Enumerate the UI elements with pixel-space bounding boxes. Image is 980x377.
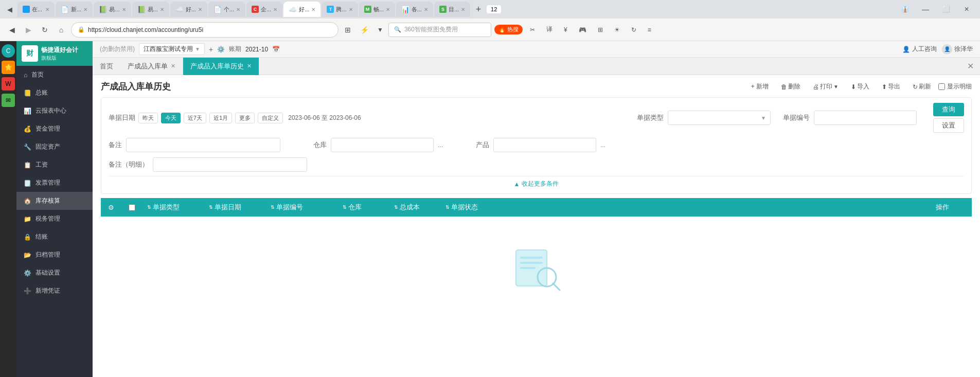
browser-refresh-tool[interactable]: ↻ bbox=[627, 24, 640, 35]
browser-tab-4[interactable]: 📗 易... ✕ bbox=[132, 2, 169, 17]
page-tab-list[interactable]: 产成品入库单 ✕ bbox=[120, 58, 183, 75]
add-org-btn[interactable]: + bbox=[209, 45, 213, 53]
address-input[interactable]: 🔒 https://cloud.chanjet.com/accounting/u… bbox=[71, 22, 338, 38]
set-btn[interactable]: 设置 bbox=[933, 118, 964, 133]
window-close-btn[interactable]: ✕ bbox=[956, 2, 977, 17]
tab11-close[interactable]: ✕ bbox=[424, 7, 428, 12]
table-settings-cell[interactable]: ⚙ bbox=[101, 204, 121, 211]
th-status[interactable]: ⇅ 单据状态 bbox=[440, 203, 492, 212]
th-warehouse[interactable]: ⇅ 仓库 bbox=[337, 203, 389, 212]
app-icon-mail[interactable]: ✉ bbox=[2, 94, 15, 107]
tab8-close[interactable]: ✕ bbox=[311, 7, 315, 12]
browser-tab-11[interactable]: 📊 各... ✕ bbox=[396, 2, 433, 17]
th-no[interactable]: ⇅ 单据编号 bbox=[265, 203, 337, 212]
nav-item-report[interactable]: 📊 云报表中心 bbox=[16, 102, 93, 120]
tab4-close[interactable]: ✕ bbox=[160, 7, 164, 12]
hot-search-badge[interactable]: 🔥 热搜 bbox=[494, 25, 523, 34]
tab2-close[interactable]: ✕ bbox=[83, 7, 87, 12]
collapse-btn[interactable]: ▲ 收起更多条件 bbox=[514, 179, 559, 188]
nav-forward[interactable]: ▶ bbox=[22, 23, 35, 37]
search-input-bar[interactable]: 🔍 360智能抠图免费用 bbox=[388, 23, 491, 37]
tab9-close[interactable]: ✕ bbox=[349, 7, 353, 12]
product-input[interactable] bbox=[493, 138, 596, 152]
translate-tool[interactable]: 译 bbox=[542, 23, 557, 36]
calendar-icon[interactable]: 📅 bbox=[272, 46, 280, 53]
th-type[interactable]: ⇅ 单据类型 bbox=[142, 203, 204, 212]
nav-item-inventory[interactable]: 🏠 库存核算 bbox=[16, 192, 93, 210]
org-select[interactable]: 江西服宝测试专用 ▼ bbox=[139, 43, 205, 55]
type-select[interactable]: ▼ bbox=[668, 111, 771, 125]
app-icon-chanjet[interactable]: C bbox=[2, 44, 15, 58]
tab7-close[interactable]: ✕ bbox=[273, 7, 277, 12]
currency-tool[interactable]: ¥ bbox=[560, 24, 572, 35]
breadcrumb-home[interactable]: 首页 bbox=[93, 58, 120, 75]
query-btn[interactable]: 查询 bbox=[933, 103, 964, 116]
browser-tab-6[interactable]: 📄 个... ✕ bbox=[208, 2, 245, 17]
product-more-btn[interactable]: ... bbox=[600, 141, 605, 149]
refresh-btn[interactable]: ↻ 刷新 bbox=[907, 80, 936, 93]
browser-tab-3[interactable]: 📗 易... ✕ bbox=[94, 2, 131, 17]
date-btn-yesterday[interactable]: 昨天 bbox=[138, 113, 158, 123]
user-avatar[interactable]: 👤 徐泽华 bbox=[942, 44, 973, 55]
select-all-checkbox[interactable] bbox=[129, 204, 135, 211]
nav-item-close[interactable]: 🔒 结账 bbox=[16, 228, 93, 246]
date-btn-custom[interactable]: 自定义 bbox=[258, 113, 283, 123]
show-fields-checkbox[interactable]: 显示明细 bbox=[938, 82, 972, 91]
browser-tab-7[interactable]: C 企... ✕ bbox=[246, 2, 282, 17]
note-detail-input[interactable] bbox=[153, 157, 307, 172]
browser-tab-12[interactable]: S 目... ✕ bbox=[434, 2, 470, 17]
page-tab-history[interactable]: 产成品入库单历史 ✕ bbox=[183, 58, 259, 75]
tab-history-close[interactable]: ✕ bbox=[247, 63, 252, 69]
browser-tab-10[interactable]: M 畅... ✕ bbox=[359, 2, 395, 17]
settings-dots[interactable]: ≡ bbox=[644, 24, 655, 35]
nav-item-settings[interactable]: ⚙️ 基础设置 bbox=[16, 264, 93, 282]
nav-home[interactable]: ⌂ bbox=[55, 23, 68, 37]
nav-item-finance[interactable]: 💰 资金管理 bbox=[16, 120, 93, 138]
nav-item-home[interactable]: ⌂ 首页 bbox=[16, 66, 93, 84]
lightning-icon[interactable]: ⚡ bbox=[357, 24, 372, 36]
nav-back[interactable]: ◀ bbox=[5, 23, 19, 37]
tab12-close[interactable]: ✕ bbox=[461, 7, 465, 12]
app-icon-weibo[interactable]: W bbox=[2, 77, 15, 91]
date-btn-more[interactable]: 更多 bbox=[235, 113, 255, 123]
window-minimize-btn[interactable]: — bbox=[915, 2, 936, 17]
show-fields-input[interactable] bbox=[938, 83, 945, 90]
add-btn[interactable]: + 新增 bbox=[746, 80, 774, 93]
grid-icon[interactable]: ⊞ bbox=[342, 24, 354, 36]
nav-item-fixed[interactable]: 🔧 固定资产 bbox=[16, 138, 93, 156]
note-input[interactable] bbox=[126, 138, 280, 152]
th-date[interactable]: ⇅ 单据日期 bbox=[204, 203, 265, 212]
table-checkbox-cell[interactable] bbox=[121, 204, 142, 211]
browser-tab-2[interactable]: 📄 新... ✕ bbox=[56, 2, 93, 17]
app-icon-star[interactable]: ⭐ bbox=[2, 61, 15, 74]
import-btn[interactable]: ⬇ 导入 bbox=[846, 80, 875, 93]
nav-item-ledger[interactable]: 📒 总账 bbox=[16, 84, 93, 102]
close-panel-btn[interactable]: ✕ bbox=[961, 61, 980, 71]
no-input[interactable] bbox=[814, 111, 917, 125]
game-tool[interactable]: 🎮 bbox=[575, 24, 591, 35]
date-btn-month[interactable]: 近1月 bbox=[209, 113, 232, 123]
print-btn[interactable]: 🖨 打印 ▼ bbox=[808, 80, 844, 93]
theme-tool[interactable]: ☀ bbox=[610, 24, 624, 35]
new-tab-btn[interactable]: + bbox=[471, 2, 486, 16]
nav-refresh[interactable]: ↻ bbox=[38, 23, 51, 37]
tab-list-close[interactable]: ✕ bbox=[171, 63, 175, 69]
th-cost[interactable]: ⇅ 总成本 bbox=[389, 203, 440, 212]
org-settings-btn[interactable]: ⚙️ bbox=[217, 46, 225, 53]
date-btn-week[interactable]: 近7天 bbox=[184, 113, 206, 123]
export-btn[interactable]: ⬆ 导出 bbox=[877, 80, 905, 93]
browser-tab-8-active[interactable]: ☁️ 好... ✕ bbox=[283, 2, 320, 17]
nav-item-archive[interactable]: 📂 归档管理 bbox=[16, 246, 93, 264]
date-btn-today[interactable]: 今天 bbox=[161, 113, 181, 123]
tab3-close[interactable]: ✕ bbox=[122, 7, 126, 12]
window-maximize-btn[interactable]: ⬜ bbox=[936, 2, 956, 17]
browser-tab-1[interactable]: 🌐 在... ✕ bbox=[17, 2, 55, 17]
tab1-close[interactable]: ✕ bbox=[45, 7, 49, 12]
tab5-close[interactable]: ✕ bbox=[198, 7, 202, 12]
nav-item-invoice[interactable]: 🗒️ 发票管理 bbox=[16, 174, 93, 192]
tab10-close[interactable]: ✕ bbox=[386, 7, 390, 12]
browser-back-btn[interactable]: ◀ bbox=[3, 3, 16, 16]
browser-tab-5[interactable]: ☁️ 好... ✕ bbox=[170, 2, 207, 17]
nav-item-salary[interactable]: 📋 工资 bbox=[16, 156, 93, 174]
nav-item-tax[interactable]: 📁 税务管理 bbox=[16, 210, 93, 228]
